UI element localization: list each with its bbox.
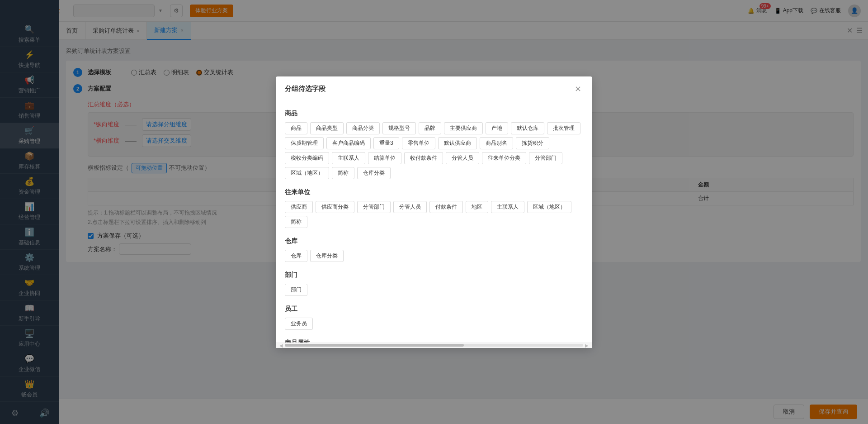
- modal-horizontal-scrollbar[interactable]: ◀ ▶: [276, 343, 592, 348]
- field-tag-2-0[interactable]: 仓库: [285, 250, 307, 262]
- field-tag-0-13[interactable]: 默认供应商: [438, 137, 477, 149]
- field-tags-4: 业务员: [285, 318, 583, 330]
- field-tag-0-9[interactable]: 保质期管理: [285, 137, 324, 149]
- field-tag-0-7[interactable]: 默认仓库: [511, 122, 544, 134]
- field-tag-1-7[interactable]: 区域（地区）: [527, 201, 571, 213]
- field-tag-0-6[interactable]: 产地: [486, 122, 508, 134]
- field-section-5: 商品属性属性颜色多规格尺码鞋码1: [285, 339, 583, 343]
- field-tag-1-1[interactable]: 供应商分类: [316, 201, 354, 213]
- section-title-3: 部门: [285, 271, 583, 279]
- field-tag-3-0[interactable]: 部门: [285, 284, 307, 296]
- field-tag-0-4[interactable]: 品牌: [419, 122, 441, 134]
- scroll-thumb[interactable]: [285, 344, 464, 347]
- field-tag-0-18[interactable]: 结算单位: [368, 152, 401, 164]
- field-tag-0-22[interactable]: 分管部门: [529, 152, 562, 164]
- modal-body[interactable]: 商品商品商品类型商品分类规格型号品牌主要供应商产地默认仓库批次管理保质期管理客户…: [276, 102, 592, 343]
- field-tag-0-15[interactable]: 拣货积分: [516, 137, 549, 149]
- field-tag-0-20[interactable]: 分管人员: [446, 152, 479, 164]
- section-title-2: 仓库: [285, 237, 583, 245]
- field-tag-4-0[interactable]: 业务员: [285, 318, 313, 330]
- modal-close-button[interactable]: ✕: [572, 84, 583, 95]
- field-tag-1-6[interactable]: 主联系人: [491, 201, 524, 213]
- field-tags-0: 商品商品类型商品分类规格型号品牌主要供应商产地默认仓库批次管理保质期管理客户商品…: [285, 122, 583, 179]
- section-title-1: 往来单位: [285, 188, 583, 196]
- field-tag-0-11[interactable]: 重量3: [373, 137, 399, 149]
- field-tag-2-1[interactable]: 仓库分类: [310, 250, 344, 262]
- section-title-5: 商品属性: [285, 339, 583, 343]
- field-tag-1-3[interactable]: 分管人员: [393, 201, 427, 213]
- field-tags-1: 供应商供应商分类分管部门分管人员付款条件地区主联系人区域（地区）简称: [285, 201, 583, 228]
- field-tag-0-24[interactable]: 简称: [332, 167, 354, 179]
- modal-overlay: 分组待选字段 ✕ 商品商品商品类型商品分类规格型号品牌主要供应商产地默认仓库批次…: [0, 0, 868, 424]
- field-section-2: 仓库仓库仓库分类: [285, 237, 583, 262]
- field-tag-1-4[interactable]: 付款条件: [429, 201, 463, 213]
- section-title-4: 员工: [285, 305, 583, 313]
- field-tag-0-14[interactable]: 商品别名: [480, 137, 513, 149]
- field-tag-0-21[interactable]: 往来单位分类: [482, 152, 526, 164]
- field-tag-0-5[interactable]: 主要供应商: [444, 122, 483, 134]
- field-tags-2: 仓库仓库分类: [285, 250, 583, 262]
- field-tag-0-1[interactable]: 商品类型: [310, 122, 344, 134]
- field-tag-0-25[interactable]: 仓库分类: [357, 167, 391, 179]
- field-tag-1-0[interactable]: 供应商: [285, 201, 313, 213]
- field-tag-0-10[interactable]: 客户商品编码: [326, 137, 371, 149]
- field-tag-0-8[interactable]: 批次管理: [547, 122, 580, 134]
- field-tag-1-8[interactable]: 简称: [285, 216, 307, 228]
- field-section-1: 往来单位供应商供应商分类分管部门分管人员付款条件地区主联系人区域（地区）简称: [285, 188, 583, 228]
- field-tag-0-19[interactable]: 收付款条件: [404, 152, 443, 164]
- field-tag-0-12[interactable]: 零售单位: [402, 137, 435, 149]
- field-section-0: 商品商品商品类型商品分类规格型号品牌主要供应商产地默认仓库批次管理保质期管理客户…: [285, 110, 583, 179]
- section-title-0: 商品: [285, 110, 583, 118]
- field-tag-0-23[interactable]: 区域（地区）: [285, 167, 329, 179]
- modal-header: 分组待选字段 ✕: [276, 76, 592, 102]
- modal-title: 分组待选字段: [285, 85, 326, 93]
- field-section-4: 员工业务员: [285, 305, 583, 330]
- field-tags-3: 部门: [285, 284, 583, 296]
- field-tag-0-17[interactable]: 主联系人: [332, 152, 365, 164]
- field-tag-0-2[interactable]: 商品分类: [346, 122, 380, 134]
- field-tag-0-16[interactable]: 税收分类编码: [285, 152, 329, 164]
- field-tag-0-0[interactable]: 商品: [285, 122, 307, 134]
- field-tag-1-5[interactable]: 地区: [466, 201, 488, 213]
- field-tag-1-2[interactable]: 分管部门: [357, 201, 391, 213]
- field-tag-0-3[interactable]: 规格型号: [382, 122, 416, 134]
- field-section-3: 部门部门: [285, 271, 583, 296]
- scroll-track[interactable]: [285, 344, 583, 347]
- modal-dialog: 分组待选字段 ✕ 商品商品商品类型商品分类规格型号品牌主要供应商产地默认仓库批次…: [276, 76, 592, 348]
